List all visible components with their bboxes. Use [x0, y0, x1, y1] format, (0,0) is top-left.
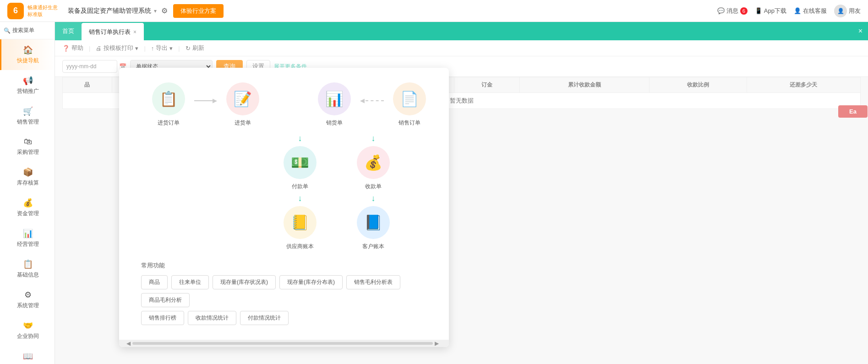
user-area[interactable]: 👤 用友: [834, 5, 861, 17]
sidebar-item-quick-nav[interactable]: 🏠 快捷导航: [0, 39, 55, 70]
sidebar-item-newbie[interactable]: 📖 新手引导: [0, 346, 55, 364]
body-wrapper: 🔍 搜索菜单 🏠 快捷导航 📢 营销推广 🛒 销售管理 🛍 采购管理 📦: [0, 22, 868, 364]
purchase-bill-circle: 📝: [226, 82, 259, 115]
purchase-order-circle: 📋: [152, 82, 185, 115]
func-btn-sales-profit[interactable]: 销售毛利分析表: [346, 275, 400, 289]
customer-ledger-circle: 📘: [357, 206, 390, 239]
sidebar-item-base-info[interactable]: 📋 基础信息: [0, 254, 55, 284]
func-btn-contacts[interactable]: 往来单位: [171, 275, 209, 289]
top-bar: 6 畅康通好生意 标准版 装备及固定资产辅助管理系统 ▾ ⚙ 体验行业方案 💬 …: [0, 0, 868, 22]
sidebar: 🔍 搜索菜单 🏠 快捷导航 📢 营销推广 🛒 销售管理 🛍 采购管理 📦: [0, 22, 55, 364]
try-industry-button[interactable]: 体验行业方案: [173, 4, 224, 18]
flow-node-sales-bill[interactable]: 📊 销货单: [318, 82, 351, 127]
payment-circle: 💵: [284, 146, 317, 179]
app-download-button[interactable]: 📱 App下载: [755, 7, 786, 15]
sidebar-item-marketing[interactable]: 📢 营销推广: [0, 70, 55, 101]
scroll-right-button[interactable]: ▶: [435, 340, 439, 347]
sidebar-item-finance[interactable]: 💰 资金管理: [0, 192, 55, 223]
system-title-wrapper: 装备及固定资产辅助管理系统 ▾ ⚙: [68, 6, 168, 15]
sidebar-search[interactable]: 🔍 搜索菜单: [0, 22, 55, 39]
sidebar-item-label: 经营管理: [17, 240, 39, 248]
sidebar-item-label: 基础信息: [17, 271, 39, 279]
user-name: 用友: [849, 7, 861, 15]
flow-node-supplier-ledger[interactable]: 📒 供应商账本: [284, 206, 317, 250]
modal-content: 📋 进货订单 ▶: [119, 68, 449, 340]
function-buttons-row2: 销售排行榜 收款情况统计 付款情况统计: [141, 311, 427, 325]
flow-node-purchase-order[interactable]: 📋 进货订单: [152, 82, 185, 127]
base-info-icon: 📋: [23, 259, 33, 269]
common-functions-title: 常用功能: [141, 261, 427, 270]
flow-node-customer-ledger[interactable]: 📘 客户账本: [357, 206, 390, 250]
inventory-icon: 📦: [23, 167, 33, 177]
tab-close-icon[interactable]: ×: [133, 29, 136, 35]
sidebar-item-sales[interactable]: 🛒 销售管理: [0, 101, 55, 131]
main-content: 首页 销售订单执行表 × × ❓ 帮助 | 🖨: [55, 22, 868, 364]
sales-order-label: 销售订单: [399, 119, 420, 127]
sidebar-item-label: 快捷导航: [17, 57, 39, 65]
supplier-ledger-label: 供应商账本: [286, 243, 314, 250]
message-badge: 6: [740, 7, 748, 15]
sidebar-item-label: 系统管理: [17, 302, 39, 310]
logo-area: 6 畅康通好生意 标准版: [7, 3, 62, 19]
func-btn-payment-stats[interactable]: 付款情况统计: [240, 311, 289, 325]
flow-node-sales-order[interactable]: 📄 销售订单: [393, 82, 426, 127]
top-bar-right: 💬 消息 6 📱 App下载 👤 在线客服 👤 用友: [717, 5, 861, 17]
purchase-icon: 🛍: [24, 137, 32, 147]
scroll-left-button[interactable]: ◀: [126, 340, 131, 347]
search-icon: 🔍: [4, 27, 11, 34]
sales-icon: 🛒: [23, 106, 33, 116]
tab-home-label: 首页: [62, 27, 74, 35]
tab-sales-order[interactable]: 销售订单执行表 ×: [82, 23, 144, 41]
func-btn-sales-rank[interactable]: 销售排行榜: [141, 311, 184, 325]
sales-order-circle: 📄: [393, 82, 426, 115]
message-icon: 💬: [717, 7, 725, 14]
app-download-icon: 📱: [755, 7, 762, 14]
message-label: 消息: [726, 7, 738, 15]
sidebar-item-label: 营销推广: [17, 87, 39, 95]
sidebar-item-enterprise[interactable]: 🤝 企业协同: [0, 315, 55, 346]
avatar: 👤: [834, 5, 847, 17]
sidebar-item-purchase[interactable]: 🛍 采购管理: [0, 131, 55, 162]
sales-bill-label: 销货单: [326, 119, 343, 127]
system-title-dropdown[interactable]: ▾: [154, 8, 157, 14]
func-btn-stock-dist[interactable]: 现存量(库存分布表): [279, 275, 343, 289]
settings-icon[interactable]: ⚙: [161, 6, 168, 15]
sidebar-item-label: 企业协同: [17, 332, 39, 340]
app-download-label: App下载: [764, 7, 786, 15]
content-area: ❓ 帮助 | 🖨 按模板打印 ▾ | ↑ 导出 ▾ |: [55, 40, 868, 364]
sales-bill-circle: 📊: [318, 82, 351, 115]
search-label: 搜索菜单: [12, 27, 34, 34]
logo-text: 畅康通好生意 标准版: [27, 4, 58, 17]
marketing-icon: 📢: [23, 76, 33, 86]
sidebar-item-operations[interactable]: 📊 经营管理: [0, 223, 55, 254]
sidebar-item-label: 资金管理: [17, 210, 39, 217]
enterprise-icon: 🤝: [23, 321, 33, 331]
customer-ledger-label: 客户账本: [362, 243, 384, 250]
newbie-icon: 📖: [23, 351, 33, 361]
func-btn-stock-status[interactable]: 现存量(库存状况表): [213, 275, 276, 289]
receipt-circle: 💰: [357, 146, 390, 179]
tab-bar-close-button[interactable]: ×: [858, 27, 863, 35]
modal-scrollbar-container: ◀ ▶: [119, 340, 449, 347]
top-bar-left: 6 畅康通好生意 标准版 装备及固定资产辅助管理系统 ▾ ⚙ 体验行业方案: [7, 3, 224, 19]
logo-icon: 6: [7, 3, 24, 19]
system-icon: ⚙: [24, 290, 32, 300]
func-btn-product-profit[interactable]: 商品毛利分析: [141, 293, 190, 307]
func-btn-receipt-stats[interactable]: 收款情况统计: [188, 311, 236, 325]
purchase-bill-label: 进货单: [235, 119, 251, 127]
system-title: 装备及固定资产辅助管理系统: [68, 7, 151, 15]
flow-node-payment[interactable]: 💵 付款单: [284, 146, 317, 190]
flow-node-receipt[interactable]: 💰 收款单: [357, 146, 390, 190]
tab-sales-order-label: 销售订单执行表: [89, 28, 131, 36]
tab-bar: 首页 销售订单执行表 × ×: [55, 22, 868, 40]
online-service-icon: 👤: [794, 7, 801, 14]
tab-home[interactable]: 首页: [55, 22, 82, 40]
func-btn-product[interactable]: 商品: [141, 275, 168, 289]
flow-diagram: 📋 进货订单 ▶: [141, 82, 427, 250]
flow-node-purchase-bill[interactable]: 📝 进货单: [226, 82, 259, 127]
message-button[interactable]: 💬 消息 6: [717, 7, 748, 15]
sidebar-item-inventory[interactable]: 📦 库存核算: [0, 162, 55, 192]
online-service-button[interactable]: 👤 在线客服: [794, 7, 827, 15]
modal-scrollbar[interactable]: [132, 342, 433, 345]
sidebar-item-system[interactable]: ⚙ 系统管理: [0, 284, 55, 315]
